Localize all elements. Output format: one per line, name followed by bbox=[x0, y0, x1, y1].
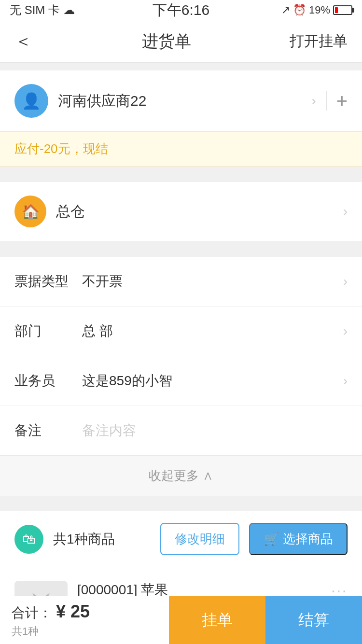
supplier-avatar: 👤 bbox=[14, 84, 48, 118]
value-salesperson: 这是859的小智 bbox=[82, 372, 343, 390]
value-remark-placeholder: 备注内容 bbox=[82, 421, 348, 440]
location-icon: ↗ bbox=[281, 4, 290, 16]
supplier-avatar-icon: 👤 bbox=[22, 92, 41, 110]
collapse-toggle[interactable]: 收起更多 ∧ bbox=[0, 455, 362, 496]
open-hang-button[interactable]: 打开挂单 bbox=[290, 31, 348, 51]
select-product-button[interactable]: 🛒 选择商品 bbox=[249, 523, 348, 555]
hang-button[interactable]: 挂单 bbox=[169, 596, 265, 644]
summary-total: 合计： ¥ 25 bbox=[12, 602, 157, 622]
back-button[interactable]: ＜ bbox=[14, 29, 43, 53]
gap-2 bbox=[0, 174, 362, 182]
bottom-bar: 合计： ¥ 25 共1种 挂单 结算 bbox=[0, 596, 362, 644]
form-row-department[interactable]: 部门 总 部 › bbox=[0, 306, 362, 356]
invoice-chevron-icon: › bbox=[343, 274, 348, 289]
warehouse-icon: 🏠 bbox=[22, 203, 40, 220]
product-bag-icon: 🛍 bbox=[22, 531, 36, 547]
status-bar-time: 下午6:16 bbox=[153, 0, 209, 20]
add-supplier-button[interactable]: + bbox=[336, 90, 348, 112]
warehouse-chevron-icon: › bbox=[343, 204, 348, 219]
nav-bar: ＜ 进货单 打开挂单 bbox=[0, 20, 362, 63]
supplier-divider bbox=[326, 91, 327, 111]
label-department: 部门 bbox=[14, 322, 82, 340]
label-remark: 备注 bbox=[14, 421, 82, 440]
settle-button[interactable]: 结算 bbox=[265, 596, 362, 644]
gap-3 bbox=[0, 249, 362, 256]
product-code: [0000001] 苹果 bbox=[77, 582, 168, 597]
gap-1 bbox=[0, 63, 362, 70]
warehouse-section: 🏠 总仓 › bbox=[0, 182, 362, 241]
warehouse-icon-wrap: 🏠 bbox=[14, 196, 46, 227]
product-count-icon: 🛍 bbox=[14, 525, 43, 554]
warehouse-row[interactable]: 🏠 总仓 › bbox=[0, 182, 362, 241]
alarm-icon: ⏰ bbox=[293, 4, 306, 16]
sim-status: 无 SIM 卡 ☁ bbox=[10, 2, 75, 18]
supplier-row[interactable]: 👤 河南供应商22 › + bbox=[0, 70, 362, 131]
battery-percent: 19% bbox=[309, 4, 330, 16]
form-row-invoice[interactable]: 票据类型 不开票 › bbox=[0, 256, 362, 306]
total-label: 合计： bbox=[12, 604, 52, 622]
label-invoice: 票据类型 bbox=[14, 272, 82, 291]
supplier-section: 👤 河南供应商22 › + 应付-20元，现结 bbox=[0, 70, 362, 167]
bottom-summary: 合计： ¥ 25 共1种 bbox=[0, 596, 169, 644]
form-row-remark[interactable]: 备注 备注内容 bbox=[0, 406, 362, 455]
product-header: 🛍 共1种商品 修改明细 🛒 选择商品 bbox=[0, 511, 362, 567]
status-bar-left: 无 SIM 卡 ☁ bbox=[10, 2, 75, 18]
label-salesperson: 业务员 bbox=[14, 372, 82, 390]
page-title: 进货单 bbox=[142, 30, 191, 53]
total-amount: ¥ 25 bbox=[56, 602, 90, 622]
summary-count: 共1种 bbox=[12, 624, 157, 639]
info-banner: 应付-20元，现结 bbox=[0, 131, 362, 167]
modify-detail-button[interactable]: 修改明细 bbox=[160, 523, 239, 555]
gap-4 bbox=[0, 504, 362, 511]
form-section: 票据类型 不开票 › 部门 总 部 › 业务员 这是859的小智 › 备注 备注… bbox=[0, 256, 362, 496]
select-product-label: 选择商品 bbox=[283, 531, 333, 547]
department-chevron-icon: › bbox=[343, 323, 348, 339]
status-bar-right: ↗ ⏰ 19% bbox=[281, 4, 352, 16]
value-department: 总 部 bbox=[82, 322, 343, 340]
select-product-icon: 🛒 bbox=[264, 532, 279, 546]
battery-icon bbox=[333, 5, 352, 15]
supplier-chevron-icon: › bbox=[311, 93, 316, 109]
salesperson-chevron-icon: › bbox=[343, 373, 348, 389]
product-count-text: 共1种商品 bbox=[53, 530, 151, 548]
value-invoice: 不开票 bbox=[82, 272, 343, 291]
form-row-salesperson[interactable]: 业务员 这是859的小智 › bbox=[0, 356, 362, 406]
warehouse-name: 总仓 bbox=[56, 202, 343, 222]
status-bar: 无 SIM 卡 ☁ 下午6:16 ↗ ⏰ 19% bbox=[0, 0, 362, 20]
supplier-name: 河南供应商22 bbox=[58, 91, 311, 111]
